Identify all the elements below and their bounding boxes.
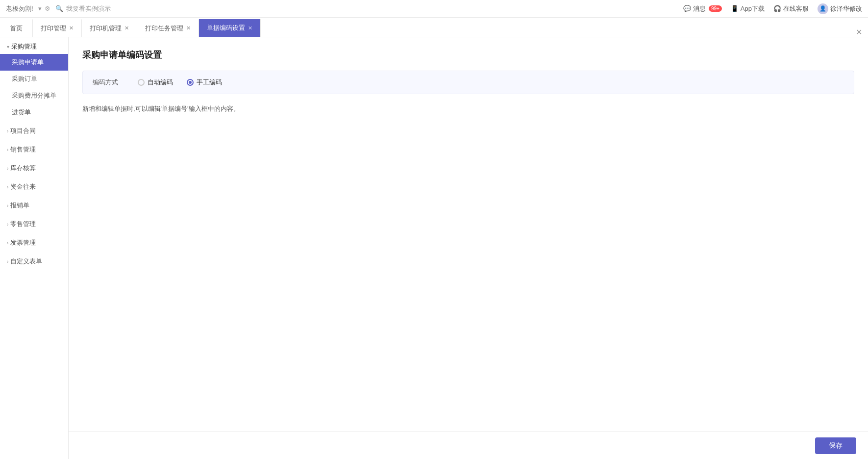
radio-auto-code[interactable]: 自动编码 <box>138 78 173 87</box>
sidebar-group-custom-forms[interactable]: › 自定义表单 <box>0 252 68 271</box>
radio-manual-code-label: 手工编码 <box>197 78 222 87</box>
hint-text: 新增和编辑单据时,可以编辑'单据编号'输入框中的内容。 <box>82 104 854 114</box>
tab-print-task-mgmt-label: 打印任务管理 <box>145 24 183 33</box>
message-badge: 99+ <box>709 5 722 12</box>
online-service-item[interactable]: 🎧 在线客服 <box>773 4 809 13</box>
chevron-right-icon-8: › <box>7 259 8 264</box>
tab-printer-mgmt-label: 打印机管理 <box>90 24 122 33</box>
sidebar-item-purchase-order[interactable]: 采购订单 <box>0 71 68 87</box>
app-download-label: App下载 <box>741 4 765 13</box>
chevron-right-icon-4: › <box>7 184 8 190</box>
chevron-right-icon-7: › <box>7 240 8 246</box>
sidebar-group-retail-mgmt-label: 零售管理 <box>10 220 36 229</box>
tab-print-mgmt-label: 打印管理 <box>41 24 66 33</box>
sidebar-item-receipt[interactable]: 进货单 <box>0 104 68 121</box>
encoding-label: 编码方式 <box>93 78 118 87</box>
sidebar-group-returns-label: 报销单 <box>10 201 29 210</box>
tab-print-task-mgmt-close[interactable]: ✕ <box>186 25 191 31</box>
save-button[interactable]: 保存 <box>815 437 856 454</box>
sidebar-group-purchase: ▾ 采购管理 采购申请单 采购订单 采购费用分摊单 进货单 <box>0 37 68 121</box>
service-icon: 🎧 <box>773 5 781 12</box>
top-bar-right: 💬 消息 99+ 📱 App下载 🎧 在线客服 👤 徐泽华修改 <box>683 3 862 14</box>
chevron-right-icon-5: › <box>7 203 8 208</box>
search-text: 我要看实例演示 <box>66 4 111 13</box>
radio-group-encoding: 自动编码 手工编码 <box>138 78 222 87</box>
user-name: 徐泽华修改 <box>830 4 862 13</box>
sidebar-group-project-contract-label: 项目合同 <box>10 127 36 135</box>
page-close-button[interactable]: ✕ <box>856 27 868 37</box>
main-layout: ▾ 采购管理 采购申请单 采购订单 采购费用分摊单 进货单 › 项目合同 › 销… <box>0 37 868 459</box>
radio-auto-code-label: 自动编码 <box>148 78 173 87</box>
sidebar-group-sales-mgmt-label: 销售管理 <box>10 145 36 154</box>
sidebar-item-purchase-request[interactable]: 采购申请单 <box>0 54 68 71</box>
top-bar-left: 老板勿割! ▾ ⚙ 🔍 我要看实例演示 <box>6 4 111 13</box>
sidebar-group-retail-mgmt[interactable]: › 零售管理 <box>0 215 68 233</box>
tab-home-label: 首页 <box>10 24 23 33</box>
tab-home[interactable]: 首页 <box>0 19 33 37</box>
tab-single-code-settings-label: 单据编码设置 <box>207 24 245 32</box>
chevron-right-icon-2: › <box>7 147 8 153</box>
sidebar: ▾ 采购管理 采购申请单 采购订单 采购费用分摊单 进货单 › 项目合同 › 销… <box>0 37 69 459</box>
tab-single-code-settings[interactable]: 单据编码设置 ✕ <box>199 19 261 37</box>
user-avatar: 👤 <box>818 3 828 14</box>
app-download-item[interactable]: 📱 App下载 <box>731 4 765 13</box>
message-icon: 💬 <box>683 5 691 12</box>
chevron-right-icon-3: › <box>7 166 8 171</box>
sidebar-group-returns[interactable]: › 报销单 <box>0 196 68 215</box>
tab-print-mgmt-close[interactable]: ✕ <box>69 25 74 31</box>
tab-single-code-settings-close[interactable]: ✕ <box>248 25 252 31</box>
content-area: 采购申请单编码设置 编码方式 自动编码 手工编码 新增和编辑单据时,可以编辑'单… <box>69 37 868 459</box>
content-footer: 保存 <box>69 432 868 459</box>
sidebar-group-invoice-mgmt[interactable]: › 发票管理 <box>0 233 68 252</box>
sidebar-group-inventory-calc-label: 库存核算 <box>10 164 36 173</box>
chevron-down-icon: ▾ <box>7 44 9 50</box>
tab-print-task-mgmt[interactable]: 打印任务管理 ✕ <box>137 19 199 37</box>
top-bar: 老板勿割! ▾ ⚙ 🔍 我要看实例演示 💬 消息 99+ 📱 App下载 🎧 在… <box>0 0 868 18</box>
app-icon: 📱 <box>731 5 739 12</box>
sidebar-group-purchase-title[interactable]: ▾ 采购管理 <box>0 37 68 54</box>
tab-bar: 首页 打印管理 ✕ 打印机管理 ✕ 打印任务管理 ✕ 单据编码设置 ✕ ✕ <box>0 18 868 37</box>
radio-manual-code[interactable]: 手工编码 <box>187 78 222 87</box>
settings-icon[interactable]: ⚙ <box>45 5 50 12</box>
sidebar-group-project-contract[interactable]: › 项目合同 <box>0 122 68 140</box>
brand-text: 老板勿割! <box>6 4 33 13</box>
dropdown-icon[interactable]: ▾ <box>38 5 42 12</box>
sidebar-group-purchase-label: 采购管理 <box>11 42 37 51</box>
page-title: 采购申请单编码设置 <box>82 49 854 61</box>
chevron-right-icon: › <box>7 128 8 134</box>
sidebar-group-sales-mgmt[interactable]: › 销售管理 <box>0 140 68 159</box>
chevron-right-icon-6: › <box>7 222 8 227</box>
sidebar-group-custom-forms-label: 自定义表单 <box>10 257 42 266</box>
message-item[interactable]: 💬 消息 99+ <box>683 4 722 13</box>
tab-printer-mgmt[interactable]: 打印机管理 ✕ <box>82 19 137 37</box>
message-label: 消息 <box>693 4 706 13</box>
sidebar-group-capital-flow[interactable]: › 资金往来 <box>0 178 68 196</box>
sidebar-item-purchase-expense[interactable]: 采购费用分摊单 <box>0 87 68 104</box>
encoding-section: 编码方式 自动编码 手工编码 <box>82 71 854 94</box>
user-item[interactable]: 👤 徐泽华修改 <box>818 3 862 14</box>
search-area[interactable]: 🔍 我要看实例演示 <box>55 4 111 13</box>
sidebar-group-inventory-calc[interactable]: › 库存核算 <box>0 159 68 178</box>
radio-manual-code-circle <box>187 79 194 86</box>
online-service-label: 在线客服 <box>783 4 809 13</box>
tab-print-mgmt[interactable]: 打印管理 ✕ <box>33 19 82 37</box>
content-inner: 采购申请单编码设置 编码方式 自动编码 手工编码 新增和编辑单据时,可以编辑'单… <box>69 37 868 432</box>
tab-printer-mgmt-close[interactable]: ✕ <box>124 25 129 31</box>
sidebar-group-invoice-mgmt-label: 发票管理 <box>10 238 36 247</box>
radio-auto-code-circle <box>138 79 145 86</box>
sidebar-group-capital-flow-label: 资金往来 <box>10 182 36 191</box>
top-bar-icons: ▾ ⚙ <box>38 5 50 12</box>
search-icon: 🔍 <box>55 5 63 12</box>
